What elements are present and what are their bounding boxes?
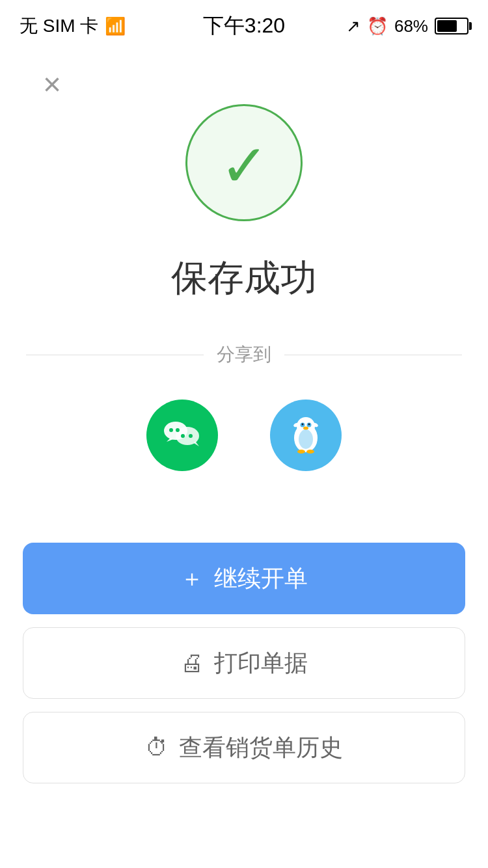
- time-display: 下午3:20: [203, 12, 285, 40]
- print-button[interactable]: 🖨 打印单据: [23, 627, 465, 699]
- svg-point-17: [306, 450, 314, 454]
- carrier-wifi: 无 SIM 卡 📶: [20, 14, 126, 38]
- divider-left: [26, 355, 204, 355]
- location-icon: ↗: [346, 16, 360, 36]
- svg-point-2: [169, 428, 173, 432]
- qq-icon: [288, 414, 324, 457]
- wechat-icon: [161, 418, 204, 454]
- svg-point-16: [297, 450, 305, 454]
- qq-share-button[interactable]: [270, 400, 342, 471]
- action-buttons: ＋ 继续开单 🖨 打印单据 ⏱ 查看销货单历史: [23, 543, 465, 783]
- share-label: 分享到: [204, 342, 284, 367]
- plus-icon: ＋: [180, 563, 204, 595]
- main-content: ✓ 保存成功 分享到: [0, 52, 488, 783]
- checkmark-icon: ✓: [220, 137, 269, 195]
- svg-point-13: [299, 429, 313, 449]
- print-icon: 🖨: [180, 649, 204, 677]
- history-button[interactable]: ⏱ 查看销货单历史: [23, 712, 465, 783]
- battery-fill: [437, 20, 457, 32]
- wifi-icon: 📶: [105, 16, 126, 36]
- wechat-share-button[interactable]: [146, 400, 218, 471]
- svg-point-12: [303, 426, 308, 429]
- continue-button[interactable]: ＋ 继续开单: [23, 543, 465, 614]
- close-icon: ×: [43, 69, 61, 100]
- status-bar: 无 SIM 卡 📶 下午3:20 ↗ ⏰ 68%: [0, 0, 488, 52]
- share-icons-row: [26, 400, 462, 471]
- carrier-text: 无 SIM 卡: [20, 14, 98, 38]
- close-button[interactable]: ×: [33, 65, 72, 104]
- svg-point-11: [308, 423, 310, 425]
- success-circle: ✓: [185, 104, 303, 221]
- divider-right: [284, 355, 462, 355]
- continue-label: 继续开单: [214, 563, 308, 595]
- alarm-icon: ⏰: [367, 16, 388, 36]
- history-label: 查看销货单历史: [179, 732, 343, 764]
- svg-point-3: [176, 428, 180, 432]
- battery-percent: 68%: [394, 16, 428, 36]
- status-right: ↗ ⏰ 68%: [346, 16, 468, 36]
- print-label: 打印单据: [214, 647, 308, 679]
- svg-point-5: [189, 434, 193, 438]
- svg-point-4: [181, 434, 185, 438]
- battery-icon: [435, 18, 468, 34]
- success-title: 保存成功: [171, 254, 317, 303]
- svg-point-10: [301, 423, 303, 425]
- clock-icon: ⏱: [145, 734, 169, 761]
- share-divider: 分享到: [26, 342, 462, 367]
- share-section: 分享到: [0, 342, 488, 510]
